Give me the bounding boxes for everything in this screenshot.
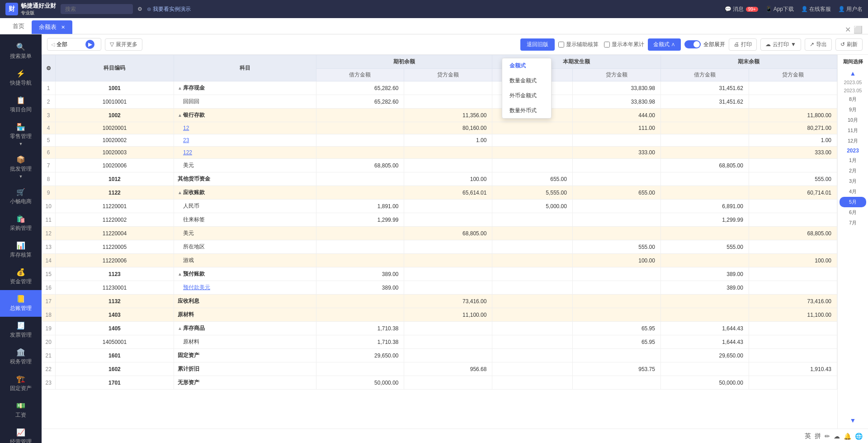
format-option-3[interactable]: 外币金额式 <box>502 88 551 103</box>
sidebar-item-inventory[interactable]: 📊 库存核算 <box>0 237 42 263</box>
month-3[interactable]: 3月 <box>840 176 866 186</box>
demo-link[interactable]: ⊙ 我要看实例演示 <box>147 5 191 13</box>
sidebar-item-ledger[interactable]: 📒 总账管理 <box>0 290 42 317</box>
sidebar-item-tax[interactable]: 🏛️ 税务管理 <box>0 343 42 370</box>
month-8[interactable]: 8月 <box>840 94 866 105</box>
row-debit-close: 555.00 <box>660 240 749 254</box>
month-4[interactable]: 4月 <box>840 186 866 197</box>
tab-home[interactable]: 首页 <box>5 19 32 34</box>
print-btn[interactable]: 🖨 打印 <box>729 38 757 51</box>
format-dropdown-btn[interactable]: 金额式 ∧ <box>648 38 681 51</box>
month-5[interactable]: 5月 <box>840 197 866 207</box>
month-6[interactable]: 6月 <box>840 207 866 218</box>
return-old-btn[interactable]: 退回旧版 <box>520 38 555 51</box>
refresh-btn[interactable]: ↺ 刷新 <box>835 38 863 51</box>
row-credit-curr <box>572 172 660 186</box>
show-ytd-checkbox[interactable] <box>604 42 610 48</box>
month-1[interactable]: 1月 <box>840 155 866 166</box>
bottom-icon-cloud[interactable]: ☁ <box>834 433 840 440</box>
top-search-input[interactable] <box>61 4 133 14</box>
sidebar-item-purchase[interactable]: 🛍️ 采购管理 <box>0 210 42 237</box>
row-name: 其他货币资金 <box>174 172 316 186</box>
row-debit-curr <box>492 295 573 308</box>
top-bar-right: 💬 消息 99+ 📱 App下载 👤 在线客服 👤 用户名 <box>725 5 863 13</box>
row-num: 21 <box>42 349 56 362</box>
format-option-4[interactable]: 数量外币式 <box>502 103 551 118</box>
tab-balance[interactable]: 余额表 ✕ <box>32 20 72 34</box>
row-credit-close: 1.00 <box>749 134 837 147</box>
right-panel-down-arrow[interactable]: ▼ <box>849 416 857 425</box>
month-10[interactable]: 10月 <box>840 115 866 125</box>
bottom-icon-pinyin[interactable]: 拼 <box>815 432 821 440</box>
search-arrow-btn[interactable]: ▶ <box>85 40 94 49</box>
bottom-icon-edit[interactable]: ✏ <box>825 433 830 440</box>
show-ytd-check[interactable]: 显示本年累计 <box>604 41 644 48</box>
sidebar-item-salary[interactable]: 💵 工资 <box>0 397 42 424</box>
row-code: 11220001 <box>55 200 174 213</box>
expand-more-btn[interactable]: ▽ 展开更多 <box>105 38 142 51</box>
tab-bar-actions: ✕ ⬜ <box>845 25 863 34</box>
row-name: 游戏 <box>174 254 316 267</box>
support-btn[interactable]: 👤 在线客服 <box>801 5 831 13</box>
col-settings[interactable]: ⚙ <box>42 55 56 81</box>
export-btn[interactable]: ↗ 导出 <box>805 38 832 51</box>
format-option-1[interactable]: 金额式 <box>502 58 551 73</box>
row-debit-curr <box>492 267 573 281</box>
row-credit-open <box>404 95 492 109</box>
sidebar-item-quicknav[interactable]: ⚡ 快捷导航 <box>0 65 42 91</box>
tab-maximize-icon[interactable]: ⬜ <box>854 25 863 34</box>
sidebar-item-wholesale[interactable]: 📦 批发管理 ▼ <box>0 151 42 183</box>
bottom-icon-globe[interactable]: 🌐 <box>855 433 863 440</box>
sidebar-item-assets[interactable]: 🏗️ 固定资产 <box>0 370 42 397</box>
balance-table: ⚙ 科目编码 科目 期初余额 本期发生额 期末余额 借方金额 贷方金额 借方金额… <box>42 55 837 390</box>
expand-all-toggle[interactable]: 全部展开 <box>684 40 725 48</box>
format-option-2[interactable]: 数量金额式 <box>502 73 551 88</box>
sidebar-item-operations[interactable]: 📈 经营管理 <box>0 424 42 443</box>
row-debit-curr <box>492 159 573 172</box>
row-code: 11230001 <box>55 281 174 295</box>
table-row: 8 1012 其他货币资金 100.00 655.00 555.00 <box>42 172 837 186</box>
settings-icon[interactable]: ⚙ <box>137 6 142 12</box>
operations-icon: 📈 <box>16 428 25 437</box>
row-debit-open <box>316 240 404 254</box>
message-btn[interactable]: 💬 消息 99+ <box>725 5 758 13</box>
sidebar-item-ecommerce[interactable]: 🛒 小畅电商 <box>0 183 42 210</box>
show-aux-checkbox[interactable] <box>558 42 564 48</box>
cloud-print-btn[interactable]: ☁ 云打印 ▼ <box>760 38 801 51</box>
row-credit-open: 65,614.01 <box>404 186 492 200</box>
row-credit-open <box>404 349 492 362</box>
row-credit-close: 1,910.43 <box>749 362 837 376</box>
bottom-icon-bell[interactable]: 🔔 <box>844 433 851 440</box>
download-btn[interactable]: 📱 App下载 <box>765 5 794 13</box>
tab-close-window-icon[interactable]: ✕ <box>845 25 851 34</box>
row-credit-open <box>404 376 492 390</box>
sidebar-item-contract[interactable]: 📋 项目合同 <box>0 91 42 118</box>
sidebar-item-finance[interactable]: 💰 资金管理 <box>0 263 42 290</box>
row-credit-curr: 333.00 <box>572 147 660 159</box>
month-12[interactable]: 12月 <box>840 136 866 146</box>
table-container[interactable]: ⚙ 科目编码 科目 期初余额 本期发生额 期末余额 借方金额 贷方金额 借方金额… <box>42 55 837 429</box>
contract-icon: 📋 <box>16 96 25 105</box>
sidebar-item-search[interactable]: 🔍 搜索菜单 <box>0 38 42 65</box>
show-aux-check[interactable]: 显示辅助核算 <box>558 41 599 48</box>
month-11[interactable]: 11月 <box>840 125 866 136</box>
search-input[interactable] <box>57 41 84 48</box>
row-credit-close <box>749 159 837 172</box>
month-7[interactable]: 7月 <box>840 218 866 228</box>
month-9[interactable]: 9月 <box>840 105 866 115</box>
table-row: 18 1403 原材料 11,100.00 11,100.00 <box>42 308 837 322</box>
row-code: 11220002 <box>55 213 174 227</box>
toggle-switch[interactable] <box>684 40 701 48</box>
row-debit-close: 1,644.43 <box>660 335 749 349</box>
right-panel-up-arrow[interactable]: ▲ <box>849 69 857 78</box>
user-btn[interactable]: 👤 用户名 <box>838 5 863 13</box>
year-2023: 2023 <box>847 146 859 155</box>
tab-close-icon[interactable]: ✕ <box>61 24 65 30</box>
bottom-icon-chinese[interactable]: 英 <box>805 432 811 440</box>
toolbar: ◁ ▶ ▽ 展开更多 退回旧版 显示辅助核算 显示本年累计 <box>42 34 868 55</box>
month-2[interactable]: 2月 <box>840 166 866 176</box>
salary-icon: 💵 <box>16 401 25 410</box>
row-debit-curr <box>492 308 573 322</box>
sidebar-item-invoice[interactable]: 🧾 发票管理 <box>0 317 42 343</box>
sidebar-item-retail[interactable]: 🏪 零售管理 ▼ <box>0 118 42 151</box>
